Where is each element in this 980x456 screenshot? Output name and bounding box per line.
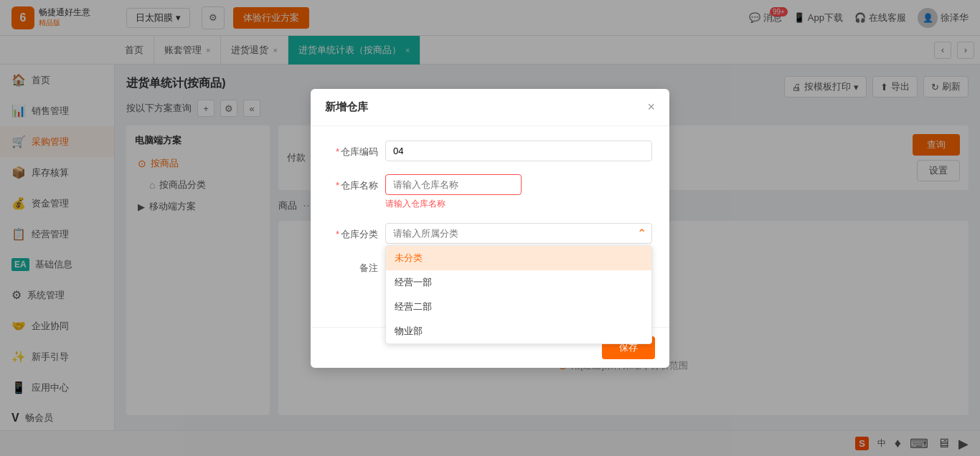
remark-label: 备注 xyxy=(328,257,385,275)
name-input-wrapper: 请输入仓库名称 xyxy=(385,174,652,210)
category-dropdown-wrapper: ⌃ 未分类 经营一部 经营二部 物业部 xyxy=(385,223,652,244)
form-row-code: *仓库编码 xyxy=(328,141,652,161)
modal-body: *仓库编码 *仓库名称 请输入仓库名称 *仓库分类 xyxy=(311,126,669,327)
dropdown-option-dept2[interactable]: 经营二部 xyxy=(386,295,651,319)
category-dropdown-arrow[interactable]: ⌃ xyxy=(637,227,646,240)
form-row-name: *仓库名称 请输入仓库名称 xyxy=(328,174,652,210)
name-input[interactable] xyxy=(385,174,522,195)
name-error-msg: 请输入仓库名称 xyxy=(385,198,652,210)
modal-title: 新增仓库 xyxy=(325,100,368,114)
new-warehouse-modal: 新增仓库 × *仓库编码 *仓库名称 请输入仓库名称 xyxy=(311,89,669,368)
category-input[interactable] xyxy=(385,223,652,244)
category-dropdown-list: 未分类 经营一部 经营二部 物业部 xyxy=(385,245,652,344)
dropdown-option-property[interactable]: 物业部 xyxy=(386,319,651,343)
dropdown-option-dept1[interactable]: 经营一部 xyxy=(386,270,651,295)
modal-header: 新增仓库 × xyxy=(311,89,669,126)
form-row-category: *仓库分类 ⌃ 未分类 经营一部 经营二部 物业部 xyxy=(328,223,652,244)
code-input[interactable] xyxy=(385,141,652,161)
category-label: *仓库分类 xyxy=(328,223,385,241)
modal-overlay: 新增仓库 × *仓库编码 *仓库名称 请输入仓库名称 xyxy=(0,0,980,456)
name-label: *仓库名称 xyxy=(328,174,385,192)
modal-close-btn[interactable]: × xyxy=(647,100,655,113)
dropdown-option-unclassified[interactable]: 未分类 xyxy=(386,246,651,270)
code-label: *仓库编码 xyxy=(328,141,385,158)
